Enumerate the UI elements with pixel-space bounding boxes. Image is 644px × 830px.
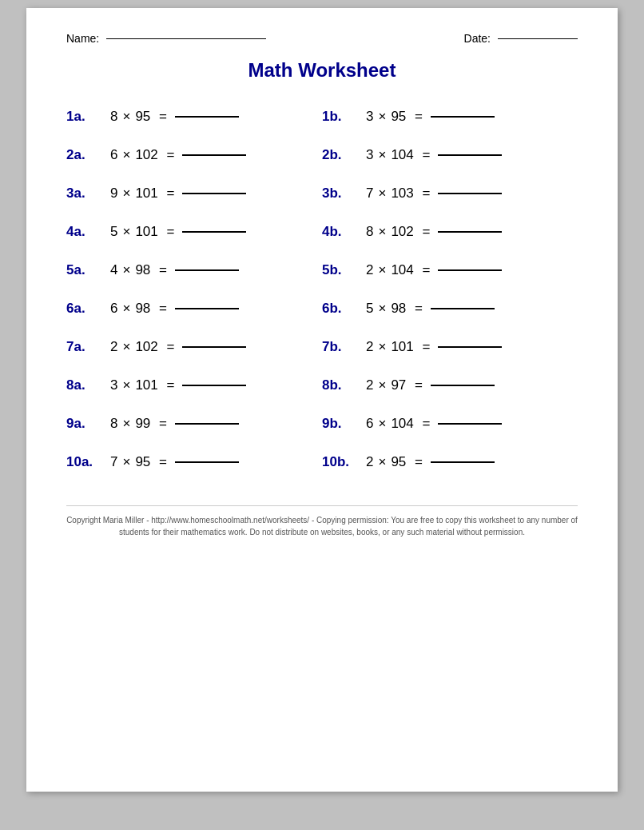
num2-8b: 97 [391,377,406,393]
num2-10b: 95 [391,454,406,470]
times-symbol: × [122,339,130,355]
problem-expr-8a: 3 × 101 = [110,377,246,393]
problem-expr-4a: 5 × 101 = [110,224,246,240]
answer-line-5b[interactable] [438,269,502,271]
problem-expr-1b: 3 × 95 = [366,109,495,125]
num1-3b: 7 [366,186,373,202]
num1-1b: 3 [366,109,373,125]
num2-9b: 104 [391,416,413,432]
equals-symbol: = [419,262,431,278]
answer-line-1b[interactable] [431,116,495,118]
answer-line-2b[interactable] [438,154,502,156]
equals-symbol: = [419,339,431,355]
problem-6a: 6a. 6 × 98 = [66,289,322,328]
answer-line-2a[interactable] [182,154,246,156]
problem-expr-3a: 9 × 101 = [110,186,246,202]
problem-4a: 4a. 5 × 101 = [66,213,322,251]
problem-3b: 3b. 7 × 103 = [322,174,578,213]
problem-label-9a: 9a. [66,416,102,432]
answer-line-10a[interactable] [175,461,239,463]
problem-label-5a: 5a. [66,262,102,278]
name-underline [106,38,266,39]
num1-6a: 6 [110,301,117,317]
problem-expr-7b: 2 × 101 = [366,339,502,355]
problem-8a: 8a. 3 × 101 = [66,366,322,405]
answer-line-1a[interactable] [175,116,239,118]
problem-label-8b: 8b. [322,377,358,393]
problem-label-3a: 3a. [66,186,102,202]
equals-symbol: = [163,147,175,163]
problem-label-1a: 1a. [66,109,102,125]
equals-symbol: = [163,224,175,240]
problem-label-5b: 5b. [322,262,358,278]
num2-3b: 103 [391,186,413,202]
equals-symbol: = [411,377,423,393]
answer-line-3b[interactable] [438,193,502,194]
num1-3a: 9 [110,186,117,202]
equals-symbol: = [163,186,175,202]
problem-expr-9a: 8 × 99 = [110,416,239,432]
answer-line-7a[interactable] [182,346,246,348]
answer-line-4a[interactable] [182,231,246,233]
answer-line-10b[interactable] [431,461,495,463]
name-field: Name: [66,32,266,45]
problem-label-4b: 4b. [322,224,358,240]
problem-expr-2a: 6 × 102 = [110,147,246,163]
times-symbol: × [122,454,130,470]
problem-5b: 5b. 2 × 104 = [322,251,578,289]
problem-label-1b: 1b. [322,109,358,125]
problem-expr-1a: 8 × 95 = [110,109,239,125]
times-symbol: × [378,224,386,240]
times-symbol: × [378,109,386,125]
num2-1b: 95 [391,109,406,125]
equals-symbol: = [419,186,431,202]
times-symbol: × [378,339,386,355]
num1-9a: 8 [110,416,117,432]
equals-symbol: = [163,339,175,355]
equals-symbol: = [419,416,431,432]
name-label: Name: [66,32,99,45]
problem-expr-2b: 3 × 104 = [366,147,502,163]
equals-symbol: = [155,416,167,432]
problem-expr-8b: 2 × 97 = [366,377,495,393]
answer-line-6b[interactable] [431,308,495,309]
num1-10b: 2 [366,454,373,470]
problem-2b: 2b. 3 × 104 = [322,136,578,174]
answer-line-7b[interactable] [438,346,502,348]
num2-8a: 101 [135,377,157,393]
num1-7a: 2 [110,339,117,355]
problem-1b: 1b. 3 × 95 = [322,98,578,136]
problem-8b: 8b. 2 × 97 = [322,366,578,405]
problem-label-10b: 10b. [322,454,358,470]
answer-line-8b[interactable] [431,385,495,386]
problem-label-3b: 3b. [322,186,358,202]
date-field: Date: [464,32,578,45]
num2-9a: 99 [135,416,150,432]
num2-5a: 98 [135,262,150,278]
answer-line-4b[interactable] [438,231,502,233]
problem-label-4a: 4a. [66,224,102,240]
problem-7a: 7a. 2 × 102 = [66,328,322,366]
problem-expr-4b: 8 × 102 = [366,224,502,240]
equals-symbol: = [163,377,175,393]
answer-line-3a[interactable] [182,193,246,194]
answer-line-5a[interactable] [175,269,239,271]
answer-line-8a[interactable] [182,385,246,386]
problem-7b: 7b. 2 × 101 = [322,328,578,366]
problem-9a: 9a. 8 × 99 = [66,405,322,443]
num1-10a: 7 [110,454,117,470]
times-symbol: × [122,186,130,202]
problem-expr-3b: 7 × 103 = [366,186,502,202]
answer-line-9b[interactable] [438,423,502,425]
num1-8a: 3 [110,377,117,393]
num1-6b: 5 [366,301,373,317]
answer-line-6a[interactable] [175,308,239,309]
header: Name: Date: [66,32,578,45]
answer-line-9a[interactable] [175,423,239,425]
equals-symbol: = [411,109,423,125]
times-symbol: × [122,147,130,163]
equals-symbol: = [419,224,431,240]
times-symbol: × [122,224,130,240]
times-symbol: × [122,262,130,278]
equals-symbol: = [155,262,167,278]
